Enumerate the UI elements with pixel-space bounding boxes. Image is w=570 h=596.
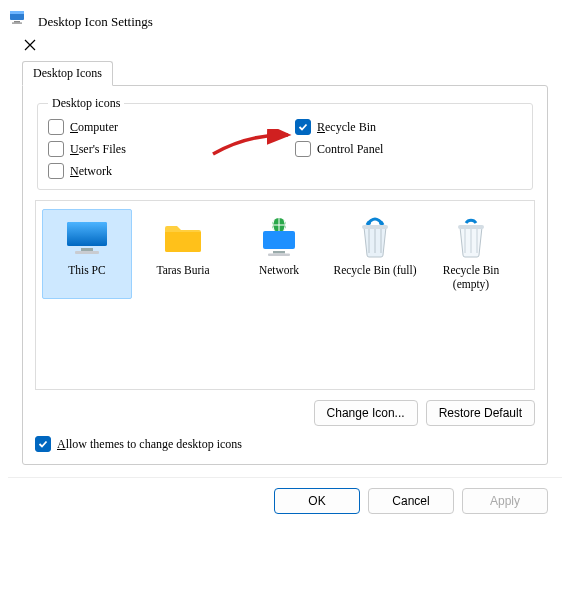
netmonitor-icon <box>237 216 321 260</box>
icon-item-recycle-bin-full-[interactable]: Recycle Bin (full) <box>330 209 420 299</box>
checkbox-label: Network <box>70 164 112 179</box>
svg-rect-15 <box>458 225 484 229</box>
checkbox-box[interactable] <box>295 141 311 157</box>
apply-button[interactable]: Apply <box>462 488 548 514</box>
svg-rect-1 <box>10 11 24 14</box>
svg-rect-5 <box>67 222 107 246</box>
svg-rect-3 <box>12 23 22 24</box>
svg-rect-6 <box>81 248 93 251</box>
checkbox-label: Computer <box>70 120 118 135</box>
svg-point-13 <box>379 221 383 225</box>
checkbox-label: Recycle Bin <box>317 120 376 135</box>
svg-rect-14 <box>362 225 388 229</box>
svg-point-12 <box>367 221 371 225</box>
icon-buttons-row: Change Icon... Restore Default <box>35 400 535 426</box>
checkbox-computer[interactable]: Computer <box>48 119 275 135</box>
icon-item-taras-buria[interactable]: Taras Buria <box>138 209 228 299</box>
cancel-button[interactable]: Cancel <box>368 488 454 514</box>
checkbox-recycle-bin[interactable]: Recycle Bin <box>295 119 522 135</box>
svg-rect-11 <box>268 254 290 257</box>
restore-default-button[interactable]: Restore Default <box>426 400 535 426</box>
checkbox-box[interactable] <box>48 163 64 179</box>
allow-themes-label: Allow themes to change desktop icons <box>57 437 242 452</box>
svg-rect-7 <box>75 251 99 254</box>
tab-panel: Desktop icons ComputerRecycle BinUser's … <box>22 85 548 465</box>
icon-item-network[interactable]: Network <box>234 209 324 299</box>
checkbox-box[interactable] <box>48 141 64 157</box>
icon-item-label: This PC <box>45 264 129 292</box>
allow-themes-row[interactable]: Allow themes to change desktop icons <box>35 436 535 452</box>
icon-item-label: Recycle Bin (full) <box>333 264 417 292</box>
folder-icon <box>141 216 225 260</box>
bin-full-icon <box>333 216 417 260</box>
bin-empty-icon <box>429 216 513 260</box>
checkbox-network[interactable]: Network <box>48 163 275 179</box>
close-icon <box>24 39 36 51</box>
change-icon-button[interactable]: Change Icon... <box>314 400 418 426</box>
tab-desktop-icons[interactable]: Desktop Icons <box>22 61 113 86</box>
app-icon <box>8 12 30 29</box>
window-title: Desktop Icon Settings <box>38 14 153 29</box>
icon-preview-panel: This PCTaras BuriaNetworkRecycle Bin (fu… <box>35 200 535 390</box>
icon-item-this-pc[interactable]: This PC <box>42 209 132 299</box>
desktop-icons-group: Desktop icons ComputerRecycle BinUser's … <box>37 96 533 190</box>
checkbox-control-panel[interactable]: Control Panel <box>295 141 522 157</box>
dialog-footer: OK Cancel Apply <box>8 477 562 528</box>
svg-rect-10 <box>273 251 285 254</box>
checkbox-label: Control Panel <box>317 142 383 157</box>
titlebar: Desktop Icon Settings <box>8 8 562 60</box>
ok-button[interactable]: OK <box>274 488 360 514</box>
group-legend: Desktop icons <box>48 96 124 111</box>
desktop-icon-settings-window: Desktop Icon Settings Desktop Icons Desk… <box>8 8 562 528</box>
icon-item-label: Network <box>237 264 321 292</box>
svg-rect-2 <box>14 21 20 23</box>
close-button[interactable] <box>8 30 52 60</box>
icon-item-label: Taras Buria <box>141 264 225 292</box>
checkbox-box[interactable] <box>48 119 64 135</box>
icon-item-recycle-bin-empty-[interactable]: Recycle Bin (empty) <box>426 209 516 299</box>
icon-item-label: Recycle Bin (empty) <box>429 264 513 292</box>
allow-themes-checkbox[interactable] <box>35 436 51 452</box>
checkbox-user-s-files[interactable]: User's Files <box>48 141 275 157</box>
svg-rect-9 <box>263 231 295 249</box>
monitor-icon <box>45 216 129 260</box>
content-area: Desktop Icons Desktop icons ComputerRecy… <box>8 60 562 477</box>
checkbox-label: User's Files <box>70 142 126 157</box>
checkbox-box[interactable] <box>295 119 311 135</box>
